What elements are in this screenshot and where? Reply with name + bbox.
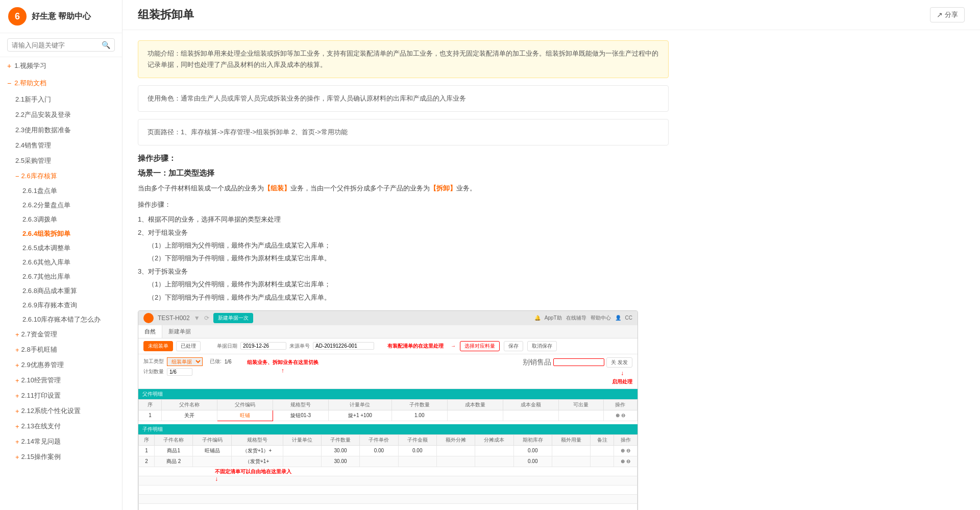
mock-save-btn[interactable]: 保存 <box>504 341 523 351</box>
sidebar-item-finance[interactable]: + 2.7资金管理 <box>0 327 122 342</box>
mock-th-seq: 序 <box>139 399 162 410</box>
intro-text-2: 使用角色：通常由生产人员或库管人员完成拆装业务的操作，库管人员确认原材料的出库和… <box>148 94 466 102</box>
content-area: 功能介绍：组装拆卸单用来处理企业组装或拆卸等加工业务，支持有固定装配清单的产品加… <box>122 30 684 510</box>
mock-ltd-sname1: 商品1 <box>155 445 193 456</box>
annotation-bottom-label: 不固定清单可以自由地在这里录入 <box>215 469 291 474</box>
mock-new-btn[interactable]: 新建单据一次 <box>213 313 253 323</box>
mock-lth-sharecost: 分摊成本 <box>475 434 513 445</box>
sidebar-item-install[interactable]: 2.2产品安装及登录 <box>0 107 122 123</box>
sidebar-item-purchase[interactable]: 2.5采购管理 <box>0 153 122 168</box>
mock-ltd-price1: 0.00 <box>360 445 398 456</box>
step2-2: （2）下部明细为子件明细，最终作为原材料生成某它出库单。 <box>138 252 669 264</box>
mock-cancel-btn[interactable]: 取消保存 <box>527 341 557 351</box>
ops-label: 操作步骤： <box>138 199 669 210</box>
step2-1: （1）上部明细为父件明细，最终作为产成品生成某它入库单； <box>138 239 669 251</box>
mock-type-select[interactable]: 组装单据 拆卸单据 <box>167 357 203 366</box>
mock-btn-new[interactable]: 未组装单 <box>143 341 173 351</box>
mock-btn-processed[interactable]: 已处理 <box>176 341 201 351</box>
mock-lower-row3 <box>139 467 638 476</box>
mock-right-field: 别销售品 关 发发 <box>523 357 632 368</box>
mock-lower-row5 <box>139 485 638 494</box>
sidebar-item-inventory[interactable]: − 2.6库存核算 <box>0 168 122 184</box>
sidebar-item-docs[interactable]: − 2.帮助文档 <box>0 75 122 92</box>
sidebar-item-inv10[interactable]: 2.6.10库存账本错了怎么办 <box>0 312 122 327</box>
sidebar: 6 好生意 帮助中心 🔍 + 1.视频学习 − 2.帮助文档 2.1新手入门 2… <box>0 0 122 510</box>
sidebar-item-mobile[interactable]: + 2.8手机旺辅 <box>0 342 122 357</box>
mock-ltd-amt1: 0.00 <box>398 445 436 456</box>
mock-upper-row1: 1 关开 旺铺 旋钮01-3 旋+1 +100 1.00 ⊕ ⊖ <box>139 410 638 421</box>
sidebar-item-inv2[interactable]: 2.6.2分量盘点单 <box>0 198 122 212</box>
plus-icon-small7: + <box>15 423 19 430</box>
mock-lower-row1: 1 商品1 旺铺品 （发货+1）+ 30.00 0.00 0.00 0.0 <box>139 445 638 456</box>
step3-2: （2）下部明细为子件明细，最终作为产成品生成某它入库单。 <box>138 292 669 303</box>
mock-plan-input[interactable] <box>167 368 192 376</box>
mock-app-label: AppT助 <box>545 314 562 322</box>
sidebar-item-sales[interactable]: 2.4销售管理 <box>0 138 122 153</box>
mock-th-pname: 父件名称 <box>161 399 217 410</box>
mock-lth-extra: 额外用量 <box>552 434 590 445</box>
main-content: 组装拆卸单 ↗ 分享 功能介绍：组装拆卸单用来处理企业组装或拆卸等加工业务，支持… <box>122 0 980 510</box>
share-button[interactable]: ↗ 分享 <box>930 7 965 22</box>
mock-user-label: CC <box>625 315 632 321</box>
mock-tab-active[interactable]: 自然 <box>138 325 162 338</box>
mock-sales-input[interactable] <box>553 358 604 366</box>
mock-select-btn[interactable]: 选择对应料量 <box>460 341 500 351</box>
mock-th-available: 可出量 <box>558 399 603 410</box>
sidebar-item-inv6[interactable]: 2.6.6其他入库单 <box>0 255 122 270</box>
mock-refresh-icon: ⟳ <box>204 314 209 322</box>
mock-count-label: 已做: <box>210 358 222 365</box>
sidebar-item-inv5[interactable]: 2.6.5成本调整单 <box>0 241 122 255</box>
sidebar-item-video[interactable]: + 1.视频学习 <box>0 57 122 75</box>
sidebar-item-online[interactable]: + 2.13在线支付 <box>0 419 122 434</box>
logo-area: 6 好生意 帮助中心 <box>0 0 122 33</box>
sidebar-item-inv9[interactable]: 2.6.9库存账本查询 <box>0 298 122 312</box>
mock-lth-price: 子件单价 <box>360 434 398 445</box>
sidebar-item-inv3[interactable]: 2.6.3调拨单 <box>0 212 122 227</box>
sidebar-item-inv1[interactable]: 2.6.1盘点单 <box>0 184 122 198</box>
mock-lth-amt: 子件金额 <box>398 434 436 445</box>
mock-ltd-extra1 <box>552 445 590 456</box>
mock-form-row1: 加工类型 组装单据 拆卸单据 已做: 1/6 <box>143 357 232 366</box>
sidebar-item-faq[interactable]: + 2.14常见问题 <box>0 434 122 449</box>
mock-src-label: 来源单号 <box>289 343 310 350</box>
sidebar-item-print[interactable]: + 2.11打印设置 <box>0 388 122 403</box>
sidebar-item-inv8[interactable]: 2.6.8商品成本重算 <box>0 284 122 298</box>
search-input[interactable] <box>12 41 102 49</box>
mock-ltd-note2 <box>591 456 614 467</box>
mock-count-value: 1/6 <box>225 359 232 365</box>
mock-form-area: 加工类型 组装单据 拆卸单据 已做: 1/6 计划数量 <box>138 354 638 389</box>
mock-titlebar: TEST-H002 ▼ ⟳ 新建单据一次 🔔 AppT助 在线辅导 帮助中心 👤… <box>138 311 638 325</box>
mock-src-input[interactable] <box>313 342 374 350</box>
sidebar-item-coupon[interactable]: + 2.9优惠券管理 <box>0 357 122 373</box>
mock-lower-table-label: 子件明细 <box>138 424 638 434</box>
highlight-assembly: 【组装】 <box>264 184 290 192</box>
sidebar-item-system[interactable]: + 2.12系统个性化设置 <box>0 403 122 419</box>
mock-apply-btn[interactable]: 关 发发 <box>606 357 632 368</box>
step1: 1、根据不同的业务，选择不同单据的类型来处理 <box>138 213 669 225</box>
sidebar-item-inv4[interactable]: 2.6.4组装拆卸单 <box>0 227 122 241</box>
mock-th-actions: 操作 <box>603 399 637 410</box>
search-icon[interactable]: 🔍 <box>102 41 110 49</box>
mock-date-input[interactable] <box>240 342 286 350</box>
sidebar-item-data[interactable]: 2.3使用前数据准备 <box>0 123 122 138</box>
sidebar-item-ops[interactable]: + 2.10经营管理 <box>0 373 122 388</box>
sidebar-item-case[interactable]: + 2.15操作案例 <box>0 449 122 465</box>
plus-icon-small8: + <box>15 438 19 446</box>
sidebar-item-inv7[interactable]: 2.6.7其他出库单 <box>0 270 122 284</box>
mock-tab-new[interactable]: 新建单据 <box>162 325 197 338</box>
mock-th-spec: 规格型号 <box>273 399 329 410</box>
mock-lower-table-container: 序 子件名称 子件编码 规格型号 计量单位 子件数量 子件单价 子件金额 额外分… <box>138 434 638 510</box>
sidebar-item-new[interactable]: 2.1新手入门 <box>0 92 122 107</box>
mock-ltd-initinv1: 0.00 <box>513 445 552 456</box>
mock-ltd-subqty1: 30.00 <box>321 445 359 456</box>
search-box[interactable]: 🔍 <box>7 38 115 52</box>
annotation-right-area: ↓ 启用处理 <box>612 370 632 385</box>
plus-icon-small5: + <box>15 392 19 400</box>
mock-th-costamt: 成本金额 <box>503 399 558 410</box>
mock-th-pcode: 父件编码 <box>217 399 273 410</box>
mock-date-label: 单据日期 <box>217 343 237 350</box>
highlight-disassembly: 【拆卸】 <box>430 184 456 192</box>
mock-ltd-amt2 <box>398 456 436 467</box>
mock-help-label: 帮助中心 <box>591 314 611 322</box>
sidebar-item-label: 2.帮助文档 <box>14 79 46 88</box>
